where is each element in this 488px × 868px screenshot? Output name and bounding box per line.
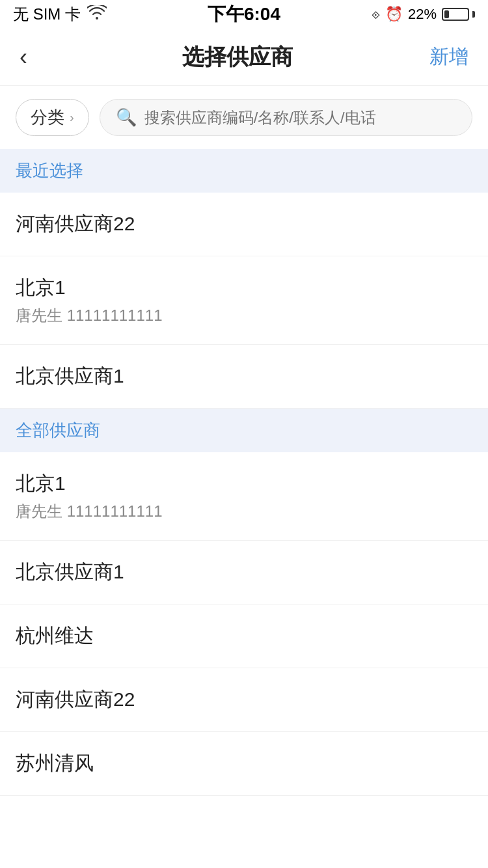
category-button[interactable]: 分类 › [16, 99, 89, 136]
item-name: 北京供应商1 [16, 559, 472, 586]
search-icon: 🔍 [116, 107, 137, 128]
back-button[interactable]: ‹ [20, 44, 59, 71]
wifi-icon [87, 5, 107, 23]
status-time: 下午6:04 [208, 2, 280, 27]
status-bar: 无 SIM 卡 下午6:04 ⟐ ⏰ 22% [0, 0, 488, 29]
item-name: 河南供应商22 [16, 211, 472, 237]
page-title: 选择供应商 [182, 42, 293, 72]
status-right: ⟐ ⏰ 22% [372, 6, 475, 23]
chevron-right-icon: › [70, 110, 74, 125]
all-section-header: 全部供应商 [0, 409, 488, 452]
item-name: 北京供应商1 [16, 363, 472, 390]
recent-list: 河南供应商22 北京1 唐先生 11111111111 北京供应商1 [0, 193, 488, 409]
battery-percent: 22% [408, 6, 437, 23]
list-item[interactable]: 北京1 唐先生 11111111111 [0, 452, 488, 541]
recent-section-title: 最近选择 [16, 161, 83, 180]
battery-icon [442, 8, 475, 21]
status-left: 无 SIM 卡 [13, 4, 107, 25]
list-item[interactable]: 北京供应商1 [0, 541, 488, 604]
search-input[interactable] [144, 109, 456, 127]
item-sub: 唐先生 11111111111 [16, 305, 472, 326]
list-item[interactable]: 北京1 唐先生 11111111111 [0, 256, 488, 345]
list-item[interactable]: 苏州清风 [0, 732, 488, 796]
item-sub: 唐先生 11111111111 [16, 501, 472, 522]
item-name: 北京1 [16, 275, 472, 301]
list-item[interactable]: 北京供应商1 [0, 345, 488, 409]
item-name: 杭州维达 [16, 623, 472, 649]
alarm-icon: ⏰ [385, 6, 403, 23]
no-sim-label: 无 SIM 卡 [13, 4, 81, 25]
nav-bar: ‹ 选择供应商 新增 [0, 29, 488, 86]
list-item[interactable]: 河南供应商22 [0, 193, 488, 256]
item-name: 苏州清风 [16, 750, 472, 777]
item-name: 河南供应商22 [16, 686, 472, 713]
list-item[interactable]: 杭州维达 [0, 604, 488, 668]
all-section-title: 全部供应商 [16, 420, 100, 440]
add-button[interactable]: 新增 [416, 44, 468, 70]
recent-section-header: 最近选择 [0, 149, 488, 193]
search-box: 🔍 [100, 99, 472, 136]
category-label: 分类 [31, 106, 64, 129]
item-name: 北京1 [16, 470, 472, 497]
list-item[interactable]: 河南供应商22 [0, 668, 488, 732]
all-list: 北京1 唐先生 11111111111 北京供应商1杭州维达河南供应商22苏州清… [0, 452, 488, 796]
location-icon: ⟐ [372, 6, 380, 23]
filter-row: 分类 › 🔍 [0, 86, 488, 149]
